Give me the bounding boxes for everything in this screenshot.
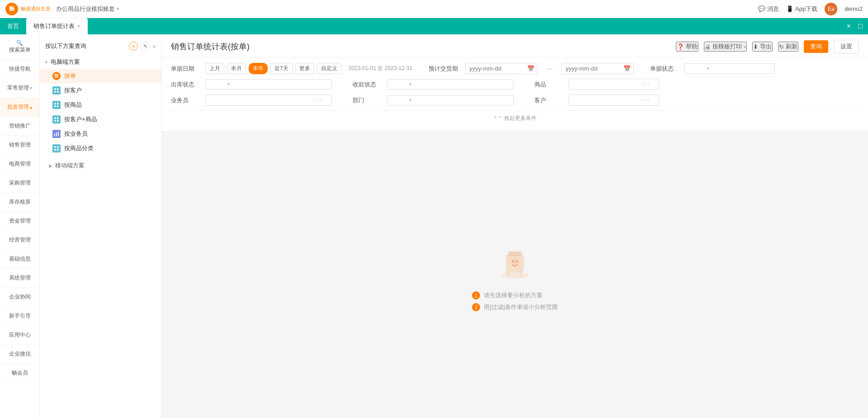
empty-tip-1: 1 请先选择要分析的方案 xyxy=(472,291,557,299)
svg-point-19 xyxy=(501,271,528,279)
sidebar-item-enterprise[interactable]: 企业协同 xyxy=(0,288,39,307)
collapse-filter-btn[interactable]: ⌃⌃ 收起更多条件 xyxy=(493,114,537,122)
refresh-icon: ↻ xyxy=(779,43,784,50)
goods-label: 商品 xyxy=(534,81,561,89)
top-bar: 畅 畅捷通好生意 办公用品行业模拟账套 ▾ 💬 消息 📱 App下载 Ea de… xyxy=(0,0,868,18)
sidebar-item-marketing[interactable]: 营销推广 xyxy=(0,117,39,136)
export-btn[interactable]: ⬇ 导出 xyxy=(752,42,773,52)
sidebar-item-newbie[interactable]: 新手引导 xyxy=(0,307,39,326)
print-btn[interactable]: 🖨 按模板打印 ▾ xyxy=(704,42,747,52)
sidebar-item-purchase[interactable]: 采购管理 xyxy=(0,174,39,193)
scheme-item-by-salesperson[interactable]: 按业务员 xyxy=(40,127,161,141)
sidebar-item-retail[interactable]: 零售管理 ▾ xyxy=(0,79,39,98)
scheme-item-by-order[interactable]: 按 按单 xyxy=(40,69,161,83)
date-btn-more[interactable]: 更多 xyxy=(295,63,314,74)
query-btn[interactable]: 查询 xyxy=(804,40,828,53)
window-maximize-icon[interactable]: □ xyxy=(856,20,864,32)
sidebar-item-operations[interactable]: 经营管理 xyxy=(0,231,39,250)
date-btn-last-month[interactable]: 上月 xyxy=(205,63,224,74)
date-btn-last7[interactable]: 近7天 xyxy=(270,63,292,74)
app-name[interactable]: 办公用品行业模拟账套 ▾ xyxy=(56,5,753,13)
customer-input-wrap[interactable]: ··· xyxy=(569,95,659,106)
export-icon: ⬇ xyxy=(753,43,758,50)
search-icon: 🔍 xyxy=(16,40,23,46)
mobile-section-arrow-icon: ▶ xyxy=(49,163,52,168)
settings-btn[interactable]: 设置 xyxy=(834,40,859,53)
estimated-date-start-wrap[interactable]: 📅 xyxy=(465,63,538,74)
mobile-scheme-header[interactable]: ▶ 移动端方案 xyxy=(40,159,161,172)
svg-rect-6 xyxy=(54,105,56,107)
sidebar-item-wechat[interactable]: 企业微信 xyxy=(0,345,39,364)
svg-rect-4 xyxy=(54,103,56,104)
customer-input[interactable] xyxy=(569,95,642,105)
delivery-status-select[interactable]: ▾ xyxy=(205,79,332,90)
sidebar-item-search[interactable]: 🔍 搜索菜单 xyxy=(0,34,39,60)
empty-tip-2: 2 用[过滤]条件来缩小分析范围 xyxy=(472,303,557,311)
calendar-end-icon: 📅 xyxy=(621,65,633,72)
retail-arrow-icon: ▾ xyxy=(30,86,32,90)
date-btn-this-year[interactable]: 本年 xyxy=(249,63,268,74)
filter-row-person: 业务员 ··· 部门 ▾ 客户 ··· xyxy=(171,95,859,106)
bill-status-arrow-icon: ▾ xyxy=(707,66,709,71)
customer-more-icon[interactable]: ··· xyxy=(642,96,650,104)
sidebar-item-inventory[interactable]: 库存核算 xyxy=(0,193,39,212)
sidebar-item-system[interactable]: 系统管理 xyxy=(0,269,39,288)
sidebar-item-app-center[interactable]: 应用中心 xyxy=(0,326,39,345)
logo-area: 畅 畅捷通好生意 xyxy=(5,3,51,15)
estimated-date-end-wrap[interactable]: 📅 xyxy=(561,63,634,74)
goods-input-wrap[interactable]: ··· xyxy=(569,79,659,90)
collapse-panel-btn[interactable]: « xyxy=(152,43,156,50)
left-panel-header: 按以下方案查询 + ✎ « xyxy=(40,39,161,53)
date-range-display: 2023-01-01 至 2023-12-31 xyxy=(349,65,412,72)
sidebar-item-sales[interactable]: 销售管理 xyxy=(0,136,39,155)
delivery-status-label: 出库状态 xyxy=(171,81,198,89)
add-scheme-btn[interactable]: + xyxy=(129,42,138,51)
date-dash: — xyxy=(545,65,554,72)
message-btn[interactable]: 💬 消息 xyxy=(758,5,779,13)
sidebar-item-member[interactable]: 畅会员 xyxy=(0,364,39,383)
username-label[interactable]: demo2 xyxy=(844,5,863,12)
page-actions: ❓ 帮助 🖨 按模板打印 ▾ ⬇ 导出 ↻ 刷新 xyxy=(676,40,859,53)
edit-scheme-btn[interactable]: ✎ xyxy=(141,42,150,51)
goods-more-icon[interactable]: ··· xyxy=(642,81,650,89)
tab-close-icon[interactable]: × xyxy=(77,23,80,29)
help-btn[interactable]: ❓ 帮助 xyxy=(676,42,698,52)
tip2-num: 2 xyxy=(472,303,480,311)
avatar[interactable]: Ea xyxy=(825,3,837,15)
date-btn-custom[interactable]: 自定义 xyxy=(317,63,341,74)
sidebar-item-ecommerce[interactable]: 电商管理 xyxy=(0,155,39,174)
delivery-arrow-icon: ▾ xyxy=(227,81,230,87)
estimated-date-end-input[interactable] xyxy=(562,63,621,74)
scheme-item-by-goods[interactable]: 按商品 xyxy=(40,98,161,112)
scheme-item-by-customer[interactable]: 按客户 xyxy=(40,83,161,98)
payment-status-select[interactable]: ▾ xyxy=(387,79,514,90)
sidebar-item-quick-nav[interactable]: 快捷导航 xyxy=(0,60,39,79)
estimated-date-start-input[interactable] xyxy=(466,63,524,74)
date-btn-this-month[interactable]: 本月 xyxy=(227,63,246,74)
salesperson-input[interactable] xyxy=(206,95,314,105)
date-label: 单据日期 xyxy=(171,65,198,73)
refresh-btn[interactable]: ↻ 刷新 xyxy=(778,42,798,52)
sidebar-item-basic[interactable]: 基础信息 xyxy=(0,250,39,269)
tab-home[interactable]: 首页 xyxy=(0,18,26,34)
svg-rect-16 xyxy=(57,146,59,148)
by-customer-icon xyxy=(52,86,61,95)
salesperson-more-icon[interactable]: ··· xyxy=(314,96,323,104)
tab-window-controls: × □ xyxy=(845,20,868,32)
svg-rect-9 xyxy=(57,117,59,119)
sidebar-item-finance[interactable]: 资金管理 xyxy=(0,212,39,231)
page-header: 销售订单统计表(按单) ❓ 帮助 🖨 按模板打印 ▾ ⬇ 导出 xyxy=(162,34,868,57)
salesperson-label: 业务员 xyxy=(171,96,198,104)
bill-status-select[interactable]: ▾ xyxy=(684,63,775,74)
sidebar-item-wholesale[interactable]: 批发管理 ▴ xyxy=(0,98,39,117)
window-close-icon[interactable]: × xyxy=(845,20,853,32)
scheme-item-by-customer-goods[interactable]: 按客户+商品 xyxy=(40,112,161,127)
salesperson-input-wrap[interactable]: ··· xyxy=(205,95,332,106)
tab-sales-order-stats[interactable]: 销售订单统计表 × xyxy=(26,18,88,34)
pc-scheme-header[interactable]: ▾ 电脑端方案 xyxy=(40,55,161,69)
goods-input[interactable] xyxy=(569,79,642,90)
svg-rect-14 xyxy=(58,132,59,136)
department-select[interactable]: ▾ xyxy=(387,95,514,105)
app-download-btn[interactable]: 📱 App下载 xyxy=(786,5,817,13)
scheme-item-by-category[interactable]: 按商品分类 xyxy=(40,141,161,156)
